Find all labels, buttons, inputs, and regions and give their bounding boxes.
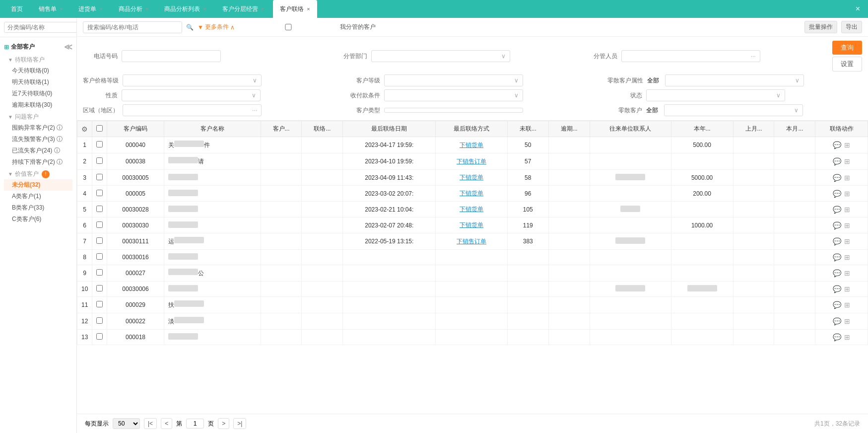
row-select-checkbox[interactable]: [96, 317, 103, 324]
last-method-link[interactable]: 下销货单: [460, 142, 483, 148]
staff-select[interactable]: ···: [621, 50, 760, 62]
sidebar-item-declining[interactable]: 持续下滑客户(2) ⓘ: [4, 156, 72, 168]
grid-icon[interactable]: ⊞: [844, 333, 850, 341]
sidebar-item-7days-pending[interactable]: 近7天待联络(0): [4, 88, 72, 99]
row-select-checkbox[interactable]: [96, 206, 103, 212]
close-purchase-btn[interactable]: ×: [99, 6, 102, 12]
prev-page-btn[interactable]: <: [161, 418, 172, 429]
message-icon[interactable]: 💬: [833, 253, 841, 261]
row-select-checkbox[interactable]: [96, 253, 103, 260]
select-all-checkbox[interactable]: [96, 125, 103, 132]
tab-purchase[interactable]: 进货单 ×: [71, 0, 109, 18]
sidebar-item-b-class[interactable]: B类客户(33): [4, 202, 72, 214]
row-checkbox[interactable]: [92, 265, 107, 282]
sidebar-item-today-pending[interactable]: 今天待联络(0): [4, 65, 72, 76]
customer-type-select[interactable]: [384, 108, 523, 113]
tab-customer-contact[interactable]: 客户联络 ×: [273, 0, 317, 18]
problem-group-label[interactable]: ▼ 问题客户: [4, 111, 72, 122]
grid-icon[interactable]: ⊞: [844, 237, 850, 245]
message-icon[interactable]: 💬: [833, 141, 841, 149]
tab-home[interactable]: 首页: [4, 0, 30, 18]
export-btn[interactable]: 导出: [841, 21, 862, 33]
row-select-checkbox[interactable]: [96, 237, 103, 244]
row-select-checkbox[interactable]: [96, 221, 103, 228]
retail-attr-select[interactable]: ∨: [665, 74, 804, 86]
grid-icon[interactable]: ⊞: [844, 317, 850, 325]
grid-icon[interactable]: ⊞: [844, 269, 850, 277]
next-page-btn[interactable]: >: [218, 418, 229, 429]
row-checkbox[interactable]: [92, 202, 107, 217]
message-icon[interactable]: 💬: [833, 174, 841, 182]
sidebar-item-abnormal[interactable]: 囤购异常客户(2) ⓘ: [4, 122, 72, 134]
message-icon[interactable]: 💬: [833, 269, 841, 277]
settings-icon[interactable]: ⚙: [81, 125, 88, 133]
row-select-checkbox[interactable]: [96, 190, 103, 196]
search-input[interactable]: [83, 21, 182, 33]
last-method-link[interactable]: 下销售订单: [457, 158, 486, 165]
window-close-btn[interactable]: ×: [852, 4, 864, 13]
grid-icon[interactable]: ⊞: [844, 174, 850, 182]
message-icon[interactable]: 💬: [833, 221, 841, 229]
first-page-btn[interactable]: |<: [144, 418, 157, 429]
tab-customer-tier[interactable]: 客户分层经营 ×: [215, 0, 271, 18]
close-customer-contact-btn[interactable]: ×: [307, 6, 310, 12]
last-page-btn[interactable]: >|: [233, 418, 246, 429]
message-icon[interactable]: 💬: [833, 206, 841, 214]
search-icon[interactable]: 🔍: [186, 24, 194, 31]
sidebar-item-churned[interactable]: 已流失客户(24) ⓘ: [4, 145, 72, 156]
col-checkbox[interactable]: [92, 121, 107, 137]
row-checkbox[interactable]: [92, 313, 107, 330]
row-checkbox[interactable]: [92, 153, 107, 170]
row-select-checkbox[interactable]: [96, 285, 103, 291]
value-group-label[interactable]: ▼ 价值客户 !: [4, 168, 72, 179]
row-select-checkbox[interactable]: [96, 174, 103, 180]
row-checkbox[interactable]: [92, 297, 107, 313]
sidebar-item-churn-warning[interactable]: 流失预警客户(3) ⓘ: [4, 134, 72, 145]
grid-icon[interactable]: ⊞: [844, 157, 850, 165]
per-page-select[interactable]: 50 100: [113, 418, 140, 429]
batch-ops-btn[interactable]: 批量操作: [804, 21, 837, 33]
more-conditions-btn[interactable]: ▼ 更多条件 ∧: [198, 23, 235, 31]
grid-icon[interactable]: ⊞: [844, 190, 850, 198]
row-checkbox[interactable]: [92, 330, 107, 345]
sidebar-search-input[interactable]: [4, 22, 77, 33]
row-checkbox[interactable]: [92, 186, 107, 202]
sidebar-item-tomorrow-pending[interactable]: 明天待联络(1): [4, 76, 72, 88]
message-icon[interactable]: 💬: [833, 237, 841, 245]
tab-product-list[interactable]: 商品分析列表 ×: [157, 0, 213, 18]
status-select[interactable]: ∨: [646, 89, 785, 101]
grid-icon[interactable]: ⊞: [844, 221, 850, 229]
grid-icon[interactable]: ⊞: [844, 285, 850, 293]
region-select[interactable]: ···: [123, 104, 262, 116]
row-select-checkbox[interactable]: [96, 141, 103, 147]
last-method-link[interactable]: 下销货单: [460, 206, 483, 213]
message-icon[interactable]: 💬: [833, 285, 841, 293]
sidebar-collapse-btn[interactable]: ≪: [64, 42, 72, 52]
row-checkbox[interactable]: [92, 233, 107, 250]
reset-btn[interactable]: 设置: [832, 57, 862, 72]
price-select[interactable]: ∨: [123, 74, 262, 86]
phone-input[interactable]: [122, 50, 221, 62]
row-select-checkbox[interactable]: [96, 301, 103, 307]
grid-icon[interactable]: ⊞: [844, 253, 850, 261]
row-checkbox[interactable]: [92, 282, 107, 297]
pending-group-label[interactable]: ▼ 待联络客户: [4, 54, 72, 65]
row-select-checkbox[interactable]: [96, 333, 103, 340]
sidebar-item-c-class[interactable]: C类客户(6): [4, 214, 72, 225]
query-btn[interactable]: 查询: [832, 41, 862, 55]
retail-customer-select[interactable]: ∨: [664, 104, 803, 116]
message-icon[interactable]: 💬: [833, 333, 841, 341]
page-number-input[interactable]: [186, 419, 204, 429]
message-icon[interactable]: 💬: [833, 301, 841, 309]
level-select[interactable]: ∨: [384, 74, 523, 86]
all-customers-title[interactable]: ⊞ 全部客户 ≪: [4, 40, 72, 54]
row-checkbox[interactable]: [92, 170, 107, 186]
my-customers-checkbox[interactable]: 我分管的客户: [239, 23, 376, 31]
sidebar-item-no-group[interactable]: 未分组(32): [4, 179, 72, 191]
message-icon[interactable]: 💬: [833, 157, 841, 165]
grid-icon[interactable]: ⊞: [844, 206, 850, 214]
message-icon[interactable]: 💬: [833, 317, 841, 325]
col-settings[interactable]: ⚙: [77, 121, 92, 137]
sidebar-item-a-class[interactable]: A类客户(1): [4, 191, 72, 202]
close-customer-tier-btn[interactable]: ×: [261, 6, 264, 12]
